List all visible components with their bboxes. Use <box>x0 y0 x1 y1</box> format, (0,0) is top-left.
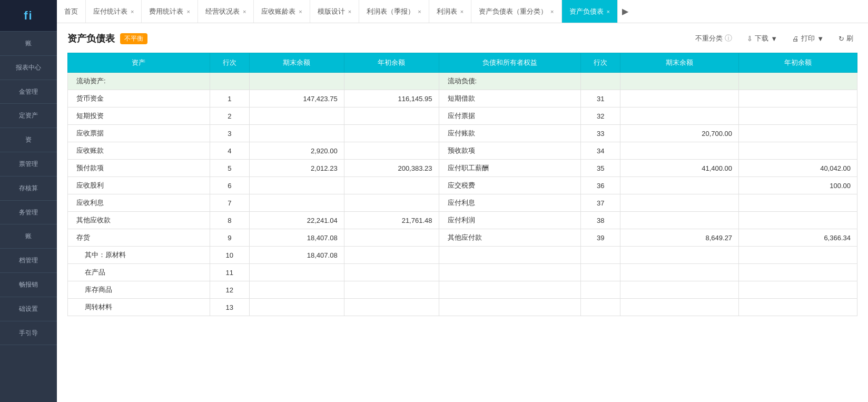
close-tab-profit[interactable]: × <box>460 8 463 15</box>
year-bal2-cell[interactable] <box>739 107 857 125</box>
asset-cell[interactable]: 周转材料 <box>68 299 210 316</box>
asset-cell[interactable]: 应收利息 <box>68 194 210 212</box>
end-bal2-cell[interactable] <box>620 177 739 194</box>
tab-balance-sheet[interactable]: 资产负债表 × <box>562 0 618 23</box>
end-bal2-cell[interactable] <box>620 299 739 316</box>
sidebar-item-tax-mgmt[interactable]: 务管理 <box>0 201 57 225</box>
sidebar-item-ledger[interactable]: 账 <box>0 224 57 249</box>
asset-cell[interactable]: 在产品 <box>68 264 210 281</box>
close-tab-business-status[interactable]: × <box>243 8 246 15</box>
tab-home[interactable]: 首页 <box>57 0 86 23</box>
sidebar-item-inventory[interactable]: 存核算 <box>0 177 57 201</box>
liab-cell[interactable]: 应付职工薪酬 <box>439 160 581 177</box>
tab-expense-stats[interactable]: 费用统计表 × <box>142 0 198 23</box>
end-bal2-cell[interactable] <box>620 107 739 125</box>
sidebar-item-invoice-mgmt[interactable]: 票管理 <box>0 152 57 177</box>
liab-cell[interactable]: 应付利息 <box>439 194 581 212</box>
end-bal2-cell[interactable]: 41,400.00 <box>620 160 739 177</box>
liab-cell[interactable]: 应付账款 <box>439 125 581 142</box>
asset-cell[interactable]: 库存商品 <box>68 281 210 299</box>
close-tab-expense-stats[interactable]: × <box>186 8 190 15</box>
close-tab-balance-reclassified[interactable]: × <box>550 8 554 15</box>
liab-cell[interactable] <box>439 281 581 299</box>
year-bal2-cell[interactable]: 40,042.00 <box>739 160 857 177</box>
year-bal-cell[interactable] <box>344 177 439 194</box>
end-bal-cell[interactable]: 2,920.00 <box>249 142 344 160</box>
asset-cell[interactable]: 短期投资 <box>68 107 210 125</box>
end-bal-cell[interactable] <box>249 264 344 281</box>
end-bal2-cell[interactable] <box>620 281 739 299</box>
year-bal-cell[interactable] <box>344 281 439 299</box>
year-bal-cell[interactable] <box>344 73 439 90</box>
end-bal-cell[interactable]: 2,012.23 <box>249 160 344 177</box>
end-bal2-cell[interactable] <box>620 73 739 90</box>
year-bal-cell[interactable]: 21,761.48 <box>344 212 439 229</box>
year-bal-cell[interactable] <box>344 264 439 281</box>
year-bal-cell[interactable] <box>344 229 439 247</box>
asset-cell[interactable]: 货币资金 <box>68 90 210 107</box>
year-bal-cell[interactable] <box>344 125 439 142</box>
tab-template-design[interactable]: 模版设计 × <box>310 0 359 23</box>
tab-ap-stats[interactable]: 应付统计表 × <box>86 0 142 23</box>
asset-cell[interactable]: 存货 <box>68 229 210 247</box>
tab-ar-aging[interactable]: 应收账龄表 × <box>254 0 310 23</box>
tab-profit-quarterly[interactable]: 利润表（季报） × <box>359 0 429 23</box>
liab-cell[interactable] <box>439 247 581 264</box>
end-bal-cell[interactable]: 18,407.08 <box>249 247 344 264</box>
year-bal2-cell[interactable] <box>739 212 857 229</box>
end-bal-cell[interactable] <box>249 281 344 299</box>
end-bal2-cell[interactable]: 8,649.27 <box>620 229 739 247</box>
year-bal-cell[interactable] <box>344 194 439 212</box>
close-tab-ar-aging[interactable]: × <box>299 8 302 15</box>
end-bal2-cell[interactable]: 20,700.00 <box>620 125 739 142</box>
no-reclassify-button[interactable]: 不重分类 ⓘ <box>691 32 736 45</box>
end-bal-cell[interactable]: 147,423.75 <box>249 90 344 107</box>
asset-cell[interactable]: 应收票据 <box>68 125 210 142</box>
tab-scroll-arrow[interactable]: ▶ <box>618 6 633 16</box>
sidebar-item-basic-settings[interactable]: 础设置 <box>0 297 57 321</box>
end-bal-cell[interactable] <box>249 107 344 125</box>
tab-business-status[interactable]: 经营状况表 × <box>198 0 254 23</box>
end-bal2-cell[interactable] <box>620 264 739 281</box>
asset-cell[interactable]: 其中：原材料 <box>68 247 210 264</box>
end-bal-cell[interactable]: 22,241.04 <box>249 212 344 229</box>
help-icon[interactable]: ⓘ <box>725 34 732 43</box>
year-bal-cell[interactable]: 116,145.95 <box>344 90 439 107</box>
sidebar-item-expense[interactable]: 畅报销 <box>0 273 57 297</box>
year-bal2-cell[interactable] <box>739 73 857 90</box>
year-bal-cell[interactable] <box>344 107 439 125</box>
tab-balance-reclassified[interactable]: 资产负债表（重分类） × <box>471 0 561 23</box>
end-bal2-cell[interactable] <box>620 194 739 212</box>
year-bal2-cell[interactable]: 100.00 <box>739 177 857 194</box>
liab-cell[interactable]: 流动负债: <box>439 73 581 90</box>
year-bal-cell[interactable] <box>344 247 439 264</box>
liab-cell[interactable] <box>439 264 581 281</box>
end-bal2-cell[interactable] <box>620 142 739 160</box>
download-button[interactable]: ⇩ 下载 ▼ <box>743 32 782 45</box>
sidebar-item-file-mgmt[interactable]: 档管理 <box>0 249 57 273</box>
asset-cell[interactable]: 预付款项 <box>68 160 210 177</box>
end-bal-cell[interactable] <box>249 194 344 212</box>
year-bal2-cell[interactable]: 6,366.34 <box>739 229 857 247</box>
year-bal2-cell[interactable] <box>739 125 857 142</box>
asset-cell[interactable]: 其他应收款 <box>68 212 210 229</box>
sidebar-item-report-center[interactable]: 报表中心 <box>0 56 57 80</box>
sidebar-item-capital[interactable]: 资 <box>0 128 57 152</box>
sidebar-item-guide[interactable]: 手引导 <box>0 321 57 346</box>
liab-cell[interactable]: 应交税费 <box>439 177 581 194</box>
liab-cell[interactable]: 预收款项 <box>439 142 581 160</box>
liab-cell[interactable]: 应付利润 <box>439 212 581 229</box>
end-bal-cell[interactable] <box>249 177 344 194</box>
year-bal2-cell[interactable] <box>739 194 857 212</box>
end-bal-cell[interactable] <box>249 299 344 316</box>
close-tab-profit-quarterly[interactable]: × <box>418 8 421 15</box>
close-tab-template-design[interactable]: × <box>348 8 351 15</box>
end-bal2-cell[interactable] <box>620 247 739 264</box>
year-bal-cell[interactable] <box>344 299 439 316</box>
tab-profit[interactable]: 利润表 × <box>429 0 471 23</box>
year-bal2-cell[interactable] <box>739 281 857 299</box>
sidebar-item-account[interactable]: 账 <box>0 32 57 56</box>
close-tab-balance-sheet[interactable]: × <box>607 8 610 15</box>
year-bal2-cell[interactable] <box>739 247 857 264</box>
year-bal2-cell[interactable] <box>739 264 857 281</box>
